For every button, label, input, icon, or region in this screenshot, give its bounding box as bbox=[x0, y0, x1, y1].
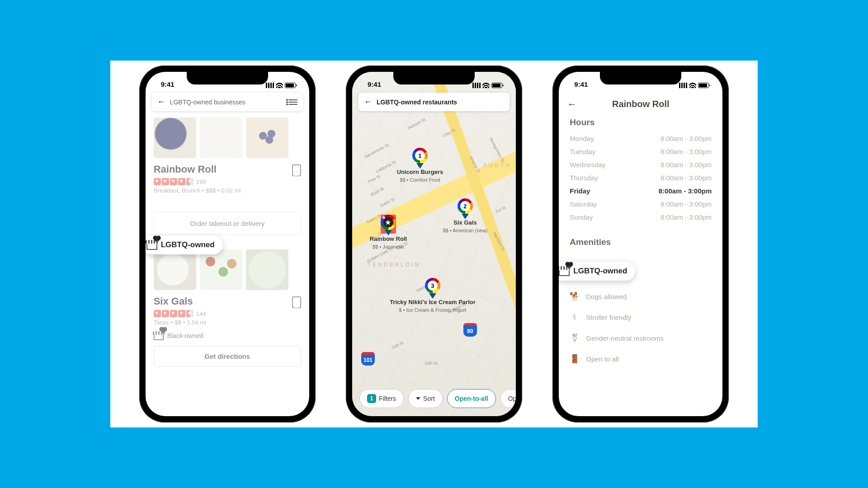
rating-row: 144 bbox=[154, 310, 301, 317]
wifi-icon bbox=[276, 83, 283, 88]
search-text[interactable]: LGBTQ-owned restaurants bbox=[377, 99, 504, 106]
map-pin-star[interactable]: ★ bbox=[381, 215, 396, 234]
hours-time: 8:00am - 3:00pm bbox=[660, 135, 712, 142]
back-arrow-icon[interactable]: ← bbox=[567, 99, 577, 110]
review-count: 199 bbox=[196, 178, 206, 185]
status-time: 9:41 bbox=[161, 80, 175, 88]
map-pin-2[interactable]: 2 bbox=[458, 198, 473, 217]
photo-thumb[interactable] bbox=[200, 249, 242, 290]
map-pin-1[interactable]: 1 bbox=[412, 148, 428, 167]
list-view-icon[interactable] bbox=[288, 99, 297, 105]
stroller-icon: ⚕ bbox=[570, 312, 580, 322]
search-bar[interactable]: ← LGBTQ-owned businesses bbox=[152, 93, 303, 111]
filters-chip[interactable]: 1 Filters bbox=[359, 389, 404, 408]
map-pin-label[interactable]: Tricky Nikki's Ice Cream Parlor$ • Ice C… bbox=[390, 299, 476, 314]
map-pin-label[interactable]: Unicorn Burgers$$ • Comfort Food bbox=[397, 169, 443, 183]
rating-row: 199 bbox=[154, 178, 301, 185]
hours-time: 8:00am - 3:00pm bbox=[659, 187, 712, 195]
search-text[interactable]: LGBTQ-owned businesses bbox=[170, 99, 284, 106]
map-pin-3[interactable]: 3 bbox=[425, 278, 440, 297]
status-bar: 9:41 bbox=[559, 72, 722, 88]
hours-row: Friday8:00am - 3:00pm bbox=[570, 184, 712, 197]
hours-time: 8:00am - 3:00pm bbox=[660, 213, 712, 221]
wifi-icon bbox=[482, 83, 490, 88]
battery-icon bbox=[698, 83, 709, 88]
status-icons bbox=[679, 83, 709, 88]
hours-row: Wednesday8:00am - 3:00pm bbox=[570, 158, 712, 171]
page-title: Rainbow Roll bbox=[612, 99, 670, 109]
photo-thumb[interactable] bbox=[246, 249, 288, 290]
highway-shield-icon: 101 bbox=[361, 352, 375, 366]
business-meta: Tacos•$$•1.54 mi bbox=[154, 319, 301, 326]
business-name[interactable]: Rainbow Roll bbox=[154, 164, 217, 175]
dog-icon: 🐕 bbox=[570, 291, 580, 301]
business-meta: Breakfast, Brunch•$$$•0.02 mi bbox=[154, 187, 301, 194]
star-icons bbox=[154, 178, 193, 185]
status-bar: 9:41 bbox=[146, 72, 309, 88]
status-time: 9:41 bbox=[574, 80, 588, 88]
amenity-stroller-friendly: ⚕ Stroller friendly bbox=[570, 307, 712, 328]
get-directions-button[interactable]: Get directions bbox=[154, 346, 301, 367]
map-area-label: SOUTH bbox=[483, 162, 511, 169]
hours-list: Monday8:00am - 3:00pmTuesday8:00am - 3:0… bbox=[570, 132, 712, 224]
hours-day: Sunday bbox=[570, 213, 593, 221]
search-bar[interactable]: ← LGBTQ-owned restaurants bbox=[359, 93, 509, 111]
photo-thumb[interactable] bbox=[246, 117, 288, 158]
order-cta-button[interactable]: Order takeout or delivery bbox=[154, 212, 301, 235]
attribute-black-owned: Black-owned bbox=[154, 331, 301, 340]
photo-thumb[interactable] bbox=[200, 117, 242, 158]
bookmark-icon[interactable] bbox=[292, 165, 301, 176]
hours-day: Friday bbox=[570, 187, 590, 195]
map-pin-label[interactable]: Six Gals$$ • American (new) bbox=[443, 219, 488, 234]
signal-icon bbox=[679, 83, 687, 88]
lgbtq-owned-badge: LGBTQ-owned bbox=[559, 262, 635, 281]
business-name[interactable]: Six Gals bbox=[154, 296, 193, 307]
photo-thumb[interactable] bbox=[154, 249, 196, 290]
back-arrow-icon[interactable]: ← bbox=[364, 97, 372, 107]
photo-row[interactable] bbox=[154, 117, 301, 158]
sort-chip[interactable]: Sort bbox=[408, 389, 443, 408]
hours-time: 8:00am - 3:00pm bbox=[660, 200, 712, 208]
screen-detail: 9:41 ← Rainbow Roll Hours Monday8:00am -… bbox=[559, 72, 722, 416]
screen-list: 9:41 ← LGBTQ-owned businesses bbox=[146, 72, 309, 416]
open-to-all-chip[interactable]: Open-to-all bbox=[447, 389, 496, 408]
back-arrow-icon[interactable]: ← bbox=[157, 97, 165, 107]
restroom-icon: ⚧ bbox=[570, 333, 580, 343]
hours-time: 8:00am - 3:00pm bbox=[660, 174, 712, 182]
photo-row[interactable] bbox=[154, 249, 301, 290]
hours-day: Thursday bbox=[570, 174, 598, 182]
hours-day: Wednesday bbox=[570, 161, 605, 169]
review-count: 144 bbox=[196, 310, 206, 317]
door-icon: 🚪 bbox=[570, 354, 580, 364]
hours-day: Tuesday bbox=[570, 148, 595, 155]
chevron-down-icon bbox=[416, 397, 420, 400]
highway-shield-icon: 80 bbox=[463, 323, 477, 337]
more-chip[interactable]: Open bbox=[500, 389, 516, 408]
filter-chip-row[interactable]: 1 Filters Sort Open-to-all Open bbox=[352, 389, 516, 408]
status-bar: 9:41 bbox=[352, 72, 516, 88]
hours-day: Monday bbox=[570, 135, 594, 142]
hours-row: Monday8:00am - 3:00pm bbox=[570, 132, 712, 145]
map-pin-label[interactable]: Rainbow Roll$$ • Japanese bbox=[370, 235, 407, 250]
phone-detail: 9:41 ← Rainbow Roll Hours Monday8:00am -… bbox=[552, 66, 729, 422]
filter-count-badge: 1 bbox=[367, 394, 376, 403]
hours-row: Saturday8:00am - 3:00pm bbox=[570, 197, 712, 211]
listing-six-gals[interactable]: Six Gals 144 Tacos•$$•1.54 mi Black-owne… bbox=[146, 238, 309, 370]
photo-thumb[interactable] bbox=[154, 117, 196, 158]
amenity-open-to-all: 🚪 Open to all bbox=[570, 348, 712, 369]
hours-heading: Hours bbox=[570, 117, 712, 127]
status-icons bbox=[472, 83, 502, 88]
storefront-heart-icon bbox=[146, 240, 157, 250]
bookmark-icon[interactable] bbox=[292, 297, 301, 308]
map-canvas[interactable]: 9:41 ← LGBTQ-owned restaurants TENDERLOI… bbox=[352, 72, 516, 416]
hours-time: 8:00am - 3:00pm bbox=[660, 148, 712, 155]
battery-icon bbox=[491, 83, 502, 88]
signal-icon bbox=[266, 83, 274, 88]
lgbtq-owned-badge: LGBTQ-owned bbox=[146, 235, 223, 254]
map-area-label: TENDERLOIN bbox=[368, 262, 420, 268]
listing-rainbow-roll[interactable]: Rainbow Roll 199 Breakfast, Brunch•$$$•0… bbox=[146, 111, 309, 238]
amenities-section: Amenities 🚲 Bike parking 🐕 Dogs allowed … bbox=[559, 233, 722, 374]
canvas: 9:41 ← LGBTQ-owned businesses bbox=[110, 61, 758, 427]
hours-row: Tuesday8:00am - 3:00pm bbox=[570, 145, 712, 158]
hours-section: Hours Monday8:00am - 3:00pmTuesday8:00am… bbox=[559, 113, 722, 228]
